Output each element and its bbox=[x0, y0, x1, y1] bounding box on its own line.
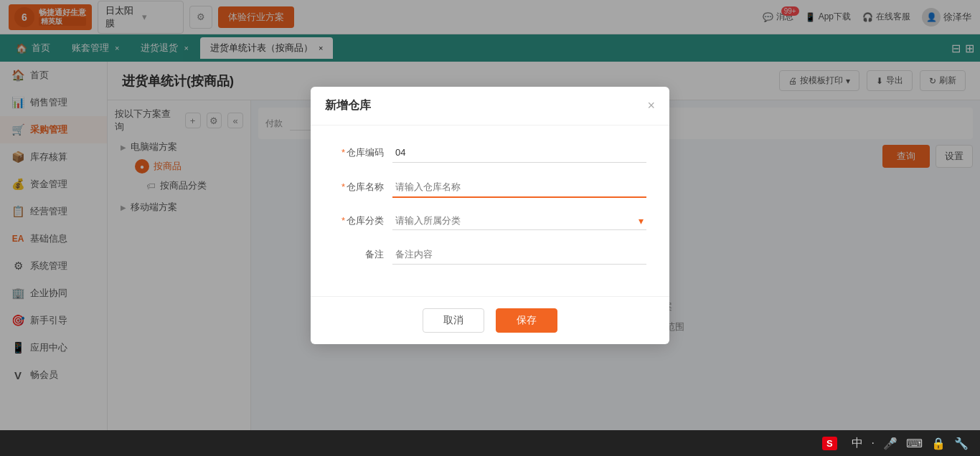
warehouse-code-input[interactable] bbox=[392, 143, 646, 163]
warehouse-name-input[interactable] bbox=[392, 177, 646, 198]
modal-footer: 取消 保存 bbox=[311, 296, 669, 344]
category-arrow-icon: ▾ bbox=[639, 215, 644, 227]
note-label: 备注 bbox=[334, 248, 384, 261]
category-select-wrap: ▾ bbox=[392, 212, 646, 230]
form-row-category: *仓库分类 ▾ bbox=[334, 212, 646, 230]
modal-overlay: 新增仓库 × *仓库编码 *仓库名称 *仓库分类 bbox=[0, 0, 980, 430]
bottom-bar: S 中 · 🎤 ⌨ 🔒 🔧 bbox=[0, 430, 980, 456]
modal-body: *仓库编码 *仓库名称 *仓库分类 ▾ bbox=[311, 125, 669, 296]
s-logo: S bbox=[822, 437, 837, 450]
form-row-note: 备注 bbox=[334, 244, 646, 265]
zh-icon[interactable]: 中 bbox=[852, 436, 863, 451]
modal-add-warehouse: 新增仓库 × *仓库编码 *仓库名称 *仓库分类 bbox=[311, 87, 669, 344]
modal-close-btn[interactable]: × bbox=[647, 98, 655, 113]
save-button[interactable]: 保存 bbox=[496, 308, 557, 333]
modal-title: 新增仓库 bbox=[325, 98, 371, 113]
category-input[interactable] bbox=[395, 215, 639, 226]
lock-icon[interactable]: 🔒 bbox=[931, 437, 946, 450]
code-label: *仓库编码 bbox=[334, 146, 384, 159]
keyboard-icon[interactable]: ⌨ bbox=[906, 437, 923, 450]
warehouse-note-input[interactable] bbox=[392, 244, 646, 265]
wrench-icon[interactable]: 🔧 bbox=[954, 437, 969, 450]
category-label: *仓库分类 bbox=[334, 214, 384, 227]
form-row-code: *仓库编码 bbox=[334, 143, 646, 163]
name-label: *仓库名称 bbox=[334, 181, 384, 194]
cancel-button[interactable]: 取消 bbox=[423, 308, 484, 333]
dot-icon[interactable]: · bbox=[872, 437, 875, 450]
form-row-name: *仓库名称 bbox=[334, 177, 646, 198]
mic-icon[interactable]: 🎤 bbox=[883, 437, 897, 450]
modal-header: 新增仓库 × bbox=[311, 87, 669, 125]
